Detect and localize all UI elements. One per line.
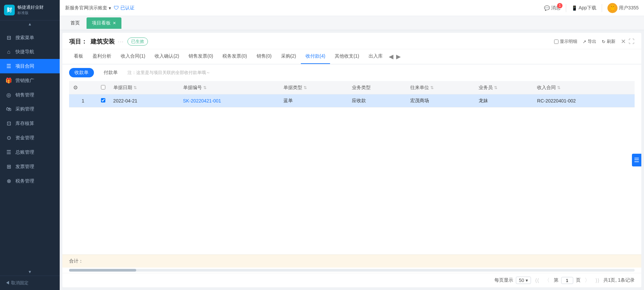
row-partner: 宏茂商场 xyxy=(406,94,475,107)
page-suffix-label: 页 xyxy=(576,277,581,283)
divider xyxy=(566,4,566,12)
show-detail-input[interactable] xyxy=(554,40,558,44)
sidebar-item-label-sales-mgmt: 销售管理 xyxy=(15,92,34,98)
prev-page-button[interactable]: 〈 xyxy=(543,277,551,284)
sub-tab-receipt[interactable]: 收付款(4) xyxy=(301,49,330,64)
refresh-button[interactable]: ↻ 刷新 xyxy=(602,39,615,45)
sort-icon-salesperson[interactable]: ⇅ xyxy=(494,85,497,90)
row-salesperson: 龙妹 xyxy=(475,94,533,107)
app-download-button[interactable]: 📱 App下载 xyxy=(572,5,596,11)
sub-tab-tax-invoice[interactable]: 税务发票(0) xyxy=(218,49,252,64)
sidebar-item-label-quick-nav: 快捷导航 xyxy=(15,49,34,55)
message-button[interactable]: 💬 消息 1 xyxy=(544,5,560,11)
scrollbar-thumb[interactable] xyxy=(69,269,136,272)
tab-close-icon[interactable]: ✕ xyxy=(113,21,116,25)
table-header: ⚙单据日期⇅单据编号⇅单据类型⇅业务类型往来单位⇅业务员⇅收入合同⇅ xyxy=(69,81,635,94)
next-page-button[interactable]: 〉 xyxy=(583,277,591,284)
select-all-checkbox[interactable] xyxy=(101,85,105,89)
funds-mgmt-icon: ⊙ xyxy=(5,135,12,141)
last-page-button[interactable]: ⟩⟩ xyxy=(594,277,601,284)
project-more-button[interactable]: ··· xyxy=(118,39,124,44)
payment-filter-button[interactable]: 付款单 xyxy=(98,68,123,78)
sidebar-item-label-funds-mgmt: 资金管理 xyxy=(15,135,34,141)
sidebar-item-sales-mgmt[interactable]: ◎销售管理 xyxy=(0,88,60,102)
tax-mgmt-icon: ⊗ xyxy=(5,178,12,184)
sidebar-item-inventory[interactable]: ⊡库存核算 xyxy=(0,116,60,131)
first-page-button[interactable]: ⟨⟨ xyxy=(534,277,540,284)
settings-icon[interactable]: ⚙ xyxy=(73,85,78,90)
divider2 xyxy=(602,4,602,12)
th-date: 单据日期⇅ xyxy=(109,81,179,94)
maximize-window-icon[interactable]: ⛶ xyxy=(629,38,635,45)
sub-tab-warehouse[interactable]: 出入库 xyxy=(364,49,387,64)
row-number-link[interactable]: SK-20220421-001 xyxy=(183,98,221,103)
row-biz-type: 应收款 xyxy=(348,94,406,107)
sort-icon-income_contract[interactable]: ⇅ xyxy=(557,85,560,90)
tab-home[interactable]: 首页 xyxy=(65,17,85,29)
sub-tab-income-contract[interactable]: 收入合同(1) xyxy=(116,49,150,64)
sidebar-item-search[interactable]: ⊟搜索菜单 xyxy=(0,30,60,45)
receipt-filter-button[interactable]: 收款单 xyxy=(69,68,94,77)
col-label-type: 单据类型 xyxy=(283,85,302,91)
export-button[interactable]: ↗ 导出 xyxy=(583,39,596,45)
tab-project-board[interactable]: 项目看板 ✕ xyxy=(87,17,121,29)
col-label-salesperson: 业务员 xyxy=(479,85,493,91)
sidebar-item-purchase-mgmt[interactable]: 🛍采购管理 xyxy=(0,102,60,116)
user-menu[interactable]: 🐥 用户3355 xyxy=(607,3,639,13)
row-checkbox[interactable] xyxy=(101,98,105,102)
inventory-icon: ⊡ xyxy=(5,120,12,127)
app-version: 标准版 xyxy=(17,10,44,15)
invoice-mgmt-icon: ⊞ xyxy=(5,163,12,170)
sidebar-item-label-purchase-mgmt: 采购管理 xyxy=(15,106,34,112)
sub-tab-other-expense[interactable]: 其他收支(1) xyxy=(330,49,364,64)
close-window-icon[interactable]: ✕ xyxy=(621,38,626,45)
sidebar-item-project-contract[interactable]: ☰项目合同 xyxy=(0,59,60,73)
sub-tabs-next-button[interactable]: ▶ xyxy=(395,53,402,60)
th-checkbox xyxy=(97,81,109,94)
sidebar-unpin-button[interactable]: ◀ 取消固定 xyxy=(0,276,60,290)
account-selector[interactable]: 新服务官网演示账套 ▾ xyxy=(65,5,111,11)
sidebar-item-invoice-mgmt[interactable]: ⊞发票管理 xyxy=(0,159,60,174)
sidebar-scroll-up[interactable]: ▲ xyxy=(0,20,60,28)
row-checkbox-cell xyxy=(97,94,109,107)
project-status-badge: 已生效 xyxy=(127,38,148,46)
sort-icon-partner[interactable]: ⇅ xyxy=(430,85,434,90)
col-label-biz_type: 业务类型 xyxy=(352,85,371,90)
th-settings[interactable]: ⚙ xyxy=(69,81,97,94)
data-table: ⚙单据日期⇅单据编号⇅单据类型⇅业务类型往来单位⇅业务员⇅收入合同⇅ 1 202… xyxy=(69,81,635,107)
sub-tab-sales-invoice[interactable]: 销售发票(0) xyxy=(184,49,218,64)
float-action-button[interactable]: ☰ xyxy=(632,154,641,166)
horizontal-scrollbar[interactable] xyxy=(69,269,635,272)
verified-status: 🛡 已认证 xyxy=(114,5,135,11)
sidebar-item-marketing[interactable]: 🎁营销推广 xyxy=(0,73,60,88)
sort-icon-number[interactable]: ⇅ xyxy=(203,85,207,90)
sub-tab-profit-analysis[interactable]: 盈利分析 xyxy=(88,49,116,64)
shield-icon: 🛡 xyxy=(114,5,119,11)
project-name: 建筑安装 xyxy=(91,38,115,46)
sort-icon-date[interactable]: ⇅ xyxy=(133,85,137,90)
sidebar-item-label-search: 搜索菜单 xyxy=(15,35,34,41)
th-income_contract: 收入合同⇅ xyxy=(533,81,635,94)
page-number-input[interactable] xyxy=(561,277,573,284)
message-icon: 💬 xyxy=(544,5,550,11)
sidebar-item-tax-mgmt[interactable]: ⊗税务管理 xyxy=(0,174,60,188)
export-icon: ↗ xyxy=(583,39,586,44)
tabs-bar: 首页 项目看板 ✕ xyxy=(60,16,644,30)
sidebar-item-ledger-mgmt[interactable]: ☰总账管理 xyxy=(0,145,60,159)
sub-tab-sales[interactable]: 销售(0) xyxy=(252,49,276,64)
row-income-contract: RC-20220401-002 xyxy=(533,94,635,107)
sidebar-scroll-down[interactable]: ▼ xyxy=(0,268,60,276)
show-detail-checkbox[interactable]: 显示明细 xyxy=(554,39,577,45)
sub-tab-kanban[interactable]: 看板 xyxy=(69,49,88,64)
sort-icon-type[interactable]: ⇅ xyxy=(304,85,307,90)
page-size-dropdown-icon: ▾ xyxy=(526,278,528,283)
table-row[interactable]: 1 2022-04-21 SK-20220421-001 蓝单 应收款 宏茂商场… xyxy=(69,94,635,107)
sub-tabs-prev-button[interactable]: ◀ xyxy=(387,53,395,60)
sidebar-item-funds-mgmt[interactable]: ⊙资金管理 xyxy=(0,131,60,145)
row-number: SK-20220421-001 xyxy=(179,94,279,107)
sub-tab-income-confirm[interactable]: 收入确认(2) xyxy=(150,49,184,64)
sub-tab-purchase[interactable]: 采购(2) xyxy=(276,49,301,64)
top-bar: 新服务官网演示账套 ▾ 🛡 已认证 💬 消息 1 📱 App下载 🐥 用 xyxy=(60,0,644,16)
sidebar-item-quick-nav[interactable]: ⌂快捷导航 xyxy=(0,45,60,59)
page-size-select[interactable]: 50 ▾ xyxy=(516,277,531,284)
